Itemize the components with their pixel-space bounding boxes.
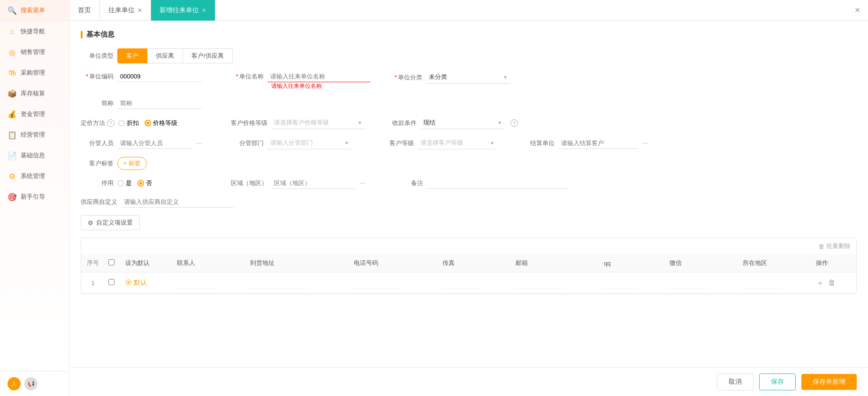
pricing-field: 定价方法 ? 折扣 价格等级: [81, 119, 212, 127]
disable-no[interactable]: 否: [137, 179, 152, 187]
select-all-checkbox[interactable]: [108, 259, 114, 265]
form-footer: 取消 保存 保存并新增: [69, 367, 868, 396]
row-phone[interactable]: [350, 272, 438, 294]
row-phone-input[interactable]: [354, 277, 401, 288]
row-email-input[interactable]: [516, 277, 563, 288]
table-header-row: 序号 设为默认 联系人 到货地址 电话号码 传真 邮箱 qq 微信 所在地区 操…: [81, 254, 856, 272]
tab-partner[interactable]: 往来单位 ✕: [100, 0, 151, 21]
customer-level-label: 客户等级: [381, 139, 414, 148]
main-close-icon[interactable]: ✕: [847, 6, 868, 15]
manager-field: 分管人员 ···: [81, 138, 212, 149]
manager-input[interactable]: [117, 138, 192, 149]
row-qq[interactable]: [600, 272, 666, 294]
row-wechat-input[interactable]: [670, 277, 707, 288]
notification-icon[interactable]: 📢: [24, 377, 38, 390]
level-arrow-icon: ▼: [490, 140, 495, 146]
disable-yes-radio[interactable]: [117, 180, 124, 186]
col-region: 所在地区: [739, 254, 812, 272]
row-address-input[interactable]: [250, 277, 306, 288]
row-qq-input[interactable]: [604, 277, 637, 288]
pricing-discount[interactable]: 折扣: [118, 119, 139, 127]
remark-field: 备注: [390, 178, 568, 189]
sidebar-item-search[interactable]: 🔍 搜索菜单: [0, 0, 69, 21]
department-select[interactable]: 请输入分管部门 ▼: [267, 137, 352, 149]
col-wechat: 微信: [666, 254, 739, 272]
row-fax[interactable]: [439, 272, 512, 294]
dept-arrow-icon: ▼: [344, 140, 349, 146]
remark-input[interactable]: [427, 178, 568, 189]
row-contact-input[interactable]: [177, 277, 214, 288]
save-button[interactable]: 保存: [759, 373, 796, 390]
disable-yes[interactable]: 是: [117, 179, 132, 187]
manager-dots-btn[interactable]: ···: [194, 138, 204, 148]
sidebar-item-sales[interactable]: ◎ 销售管理: [0, 42, 69, 62]
disable-no-radio[interactable]: [137, 180, 144, 186]
manager-row: 分管人员 ··· 分管部门 请输入分管部门 ▼ 客户等级 请选择客户等级: [81, 137, 857, 149]
row-address[interactable]: [246, 272, 350, 294]
customer-level-select[interactable]: 请选择客户等级 ▼: [418, 137, 497, 149]
add-tag-button[interactable]: + 标签: [117, 157, 147, 170]
tab-home[interactable]: 首页: [69, 0, 100, 21]
supplier-custom-input[interactable]: [121, 196, 234, 208]
unit-name-input[interactable]: [267, 71, 371, 82]
batch-delete-button[interactable]: 🗑 批量删除: [818, 242, 851, 250]
user-avatar[interactable]: 人: [8, 377, 21, 390]
unit-type-both[interactable]: 客户/供应离: [183, 48, 233, 63]
pricing-price-level-radio[interactable]: [145, 120, 151, 126]
unit-type-label: 单位类型: [81, 52, 114, 60]
row-delete-icon[interactable]: 🗑: [828, 279, 836, 287]
pricing-help-icon[interactable]: ?: [107, 119, 114, 127]
row-region-input[interactable]: [743, 277, 780, 288]
row-add-icon[interactable]: ＋: [816, 277, 824, 288]
manager-input-wrap: ···: [117, 138, 204, 149]
unit-type-supplier[interactable]: 供应离: [147, 48, 183, 63]
row-fax-input[interactable]: [442, 277, 480, 288]
row-wechat[interactable]: [666, 272, 739, 294]
unit-category-select[interactable]: 未分类 ▼: [426, 71, 510, 84]
unit-name-error: 请输入往来单位名称: [268, 82, 322, 90]
unit-code-label: *单位编码: [81, 72, 114, 81]
disable-region-row: 停用 是 否 区域（地区） ···: [81, 178, 857, 189]
sidebar-bottom: 人 📢: [0, 371, 69, 396]
sidebar-item-operation[interactable]: 📋 经营管理: [0, 124, 69, 145]
payment-help-icon[interactable]: ?: [510, 119, 518, 127]
pricing-price-level[interactable]: 价格等级: [145, 119, 177, 127]
settlement-label: 结算单位: [522, 139, 555, 148]
row-default-radio[interactable]: ⦿ 默认: [125, 279, 147, 286]
row-email[interactable]: [512, 272, 600, 294]
row-checkbox-input[interactable]: [108, 279, 114, 285]
customer-price-label: 客户价格等级: [231, 119, 267, 127]
settlement-dots-btn[interactable]: ···: [640, 138, 650, 148]
sidebar-item-newguide[interactable]: 🎯 新手引导: [0, 186, 69, 207]
sidebar-item-purchase[interactable]: 🛍 采购管理: [0, 62, 69, 83]
row-region[interactable]: [739, 272, 812, 294]
region-input[interactable]: [271, 178, 356, 189]
settlement-input[interactable]: [558, 138, 638, 149]
finance-icon: 💰: [8, 109, 17, 119]
sidebar-item-finance[interactable]: 💰 资金管理: [0, 104, 69, 124]
unit-code-input[interactable]: [117, 71, 202, 82]
col-action: 操作: [812, 254, 856, 272]
settings-gear-icon: ⚙: [88, 219, 93, 226]
payment-select[interactable]: 现结 ▼: [420, 116, 505, 129]
sidebar-item-basic[interactable]: 📄 基础信息: [0, 145, 69, 166]
save-new-button[interactable]: 保存并新增: [801, 374, 857, 390]
row-contact[interactable]: [173, 272, 246, 294]
supplier-custom-label: 供应商自定义: [81, 198, 117, 206]
row-checkbox: [105, 272, 122, 294]
tab-new-partner[interactable]: 新增往来单位 ✕: [151, 0, 215, 21]
region-dots-btn[interactable]: ···: [358, 178, 367, 188]
custom-settings-button[interactable]: ⚙ 自定义项设置: [81, 215, 140, 230]
sidebar-item-quicknav[interactable]: ⌂ 快捷导航: [0, 21, 69, 42]
tab-partner-close[interactable]: ✕: [137, 7, 142, 14]
cancel-button[interactable]: 取消: [717, 373, 754, 390]
customer-price-select[interactable]: 请选择客户价格等级 ▼: [271, 116, 365, 129]
unit-type-customer[interactable]: 客户: [117, 48, 147, 63]
pricing-discount-radio[interactable]: [118, 120, 125, 126]
tags-label: 客户标签: [81, 159, 114, 168]
abbr-input[interactable]: [117, 98, 202, 109]
sidebar-item-system[interactable]: ⚙ 系统管理: [0, 166, 69, 186]
sidebar-item-inventory[interactable]: 📦 库存核算: [0, 83, 69, 104]
tab-new-partner-close[interactable]: ✕: [202, 7, 206, 14]
col-phone: 电话号码: [350, 254, 438, 272]
